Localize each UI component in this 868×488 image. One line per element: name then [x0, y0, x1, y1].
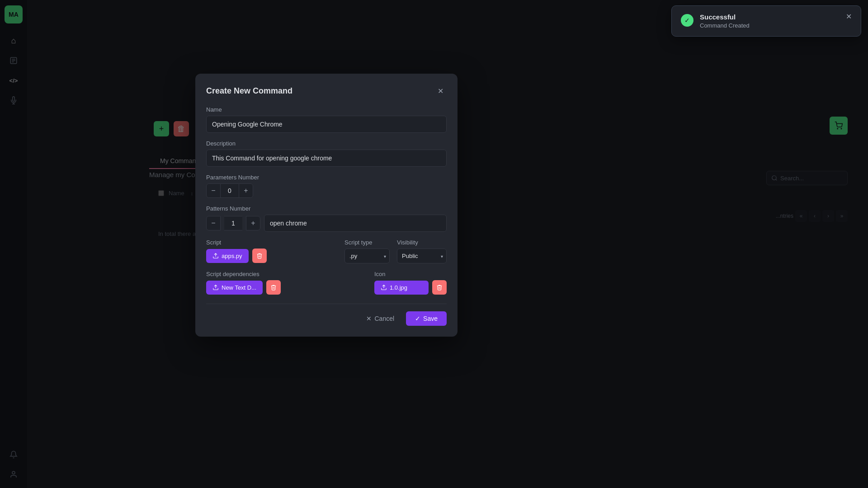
toast-notification: ✓ Successful Command Created ✕: [671, 5, 861, 37]
name-field-group: Name: [206, 106, 447, 133]
patterns-decrement[interactable]: −: [206, 216, 221, 230]
patterns-value: 1: [224, 216, 242, 230]
icon-delete-button[interactable]: [432, 280, 447, 295]
modal-footer: ✕ Cancel ✓ Save: [206, 304, 447, 326]
script-row: Script apps.py Script: [206, 239, 447, 263]
parameters-decrement[interactable]: −: [206, 183, 221, 198]
dependency-filename: New Text D...: [222, 284, 256, 291]
patterns-increment[interactable]: +: [246, 216, 260, 230]
cancel-icon: ✕: [366, 315, 372, 322]
toast-close-button[interactable]: ✕: [846, 12, 852, 21]
parameters-increment[interactable]: +: [239, 183, 253, 198]
save-icon: ✓: [415, 315, 420, 322]
visibility-col: Visibility Public Private: [397, 239, 447, 263]
visibility-select[interactable]: Public Private: [397, 249, 447, 263]
script-upload-button[interactable]: apps.py: [206, 249, 249, 263]
cancel-label: Cancel: [374, 315, 394, 322]
create-command-modal: Create New Command ✕ Name Description Pa…: [195, 74, 458, 337]
save-button[interactable]: ✓ Save: [406, 311, 447, 326]
description-input[interactable]: [206, 150, 447, 167]
script-field-group: Script apps.py Script: [206, 239, 447, 263]
name-label: Name: [206, 106, 447, 113]
modal-title: Create New Command: [206, 86, 292, 96]
dependency-delete-button[interactable]: [266, 280, 281, 295]
patterns-label: Patterns Number: [206, 205, 447, 212]
toast-success-icon: ✓: [681, 14, 693, 27]
dependency-upload-button[interactable]: New Text D...: [206, 281, 263, 295]
script-filename: apps.py: [222, 253, 242, 259]
toast-title: Successful: [700, 13, 840, 21]
icon-col: Icon 1.0.jpg: [374, 271, 447, 295]
script-col: Script apps.py: [206, 239, 337, 263]
name-input[interactable]: [206, 116, 447, 133]
description-field-group: Description: [206, 140, 447, 167]
bottom-row: Script dependencies New Text D... Icon: [206, 271, 447, 295]
dependencies-files-row: New Text D...: [206, 280, 367, 295]
script-type-label: Script type: [344, 239, 390, 246]
save-label: Save: [423, 315, 438, 322]
parameters-stepper: − 0 +: [206, 183, 447, 198]
description-label: Description: [206, 140, 447, 147]
script-label: Script: [206, 239, 337, 246]
cancel-button[interactable]: ✕ Cancel: [359, 311, 401, 326]
script-delete-button[interactable]: [252, 249, 267, 263]
parameters-label: Parameters Number: [206, 174, 447, 181]
parameters-value: 0: [221, 183, 239, 198]
icon-label: Icon: [374, 271, 447, 277]
modal-close-button[interactable]: ✕: [434, 84, 447, 97]
toast-subtitle: Command Created: [700, 22, 840, 29]
icon-filename: 1.0.jpg: [390, 284, 407, 291]
modal-header: Create New Command ✕: [206, 84, 447, 97]
toast-content: Successful Command Created: [700, 13, 840, 29]
patterns-input[interactable]: [264, 215, 447, 232]
patterns-row: − 1 +: [206, 215, 447, 232]
script-type-select[interactable]: .py .sh .js: [344, 249, 390, 263]
visibility-label: Visibility: [397, 239, 447, 246]
parameters-field-group: Parameters Number − 0 +: [206, 174, 447, 198]
dependencies-col: Script dependencies New Text D...: [206, 271, 367, 295]
icon-row: 1.0.jpg: [374, 280, 447, 295]
script-type-col: Script type .py .sh .js: [344, 239, 390, 263]
icon-upload-button[interactable]: 1.0.jpg: [374, 281, 429, 295]
dependencies-label: Script dependencies: [206, 271, 367, 277]
patterns-field-group: Patterns Number − 1 +: [206, 205, 447, 232]
